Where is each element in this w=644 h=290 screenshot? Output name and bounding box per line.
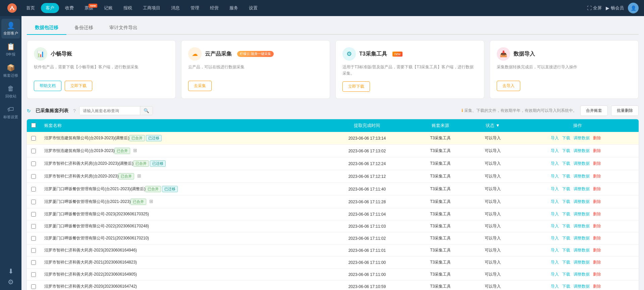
row-action-删除[interactable]: 删除 xyxy=(593,199,601,204)
row-checkbox[interactable] xyxy=(31,200,36,204)
row-action-调整数据[interactable]: 调整数据 xyxy=(574,212,590,216)
row-action-调整数据[interactable]: 调整数据 xyxy=(574,248,590,252)
nav-accounting[interactable]: 记账 xyxy=(99,3,117,13)
row-checkbox[interactable] xyxy=(31,284,36,289)
row-checkbox[interactable] xyxy=(31,248,36,253)
row-action-导入[interactable]: 导入 xyxy=(551,236,559,240)
nav-fee[interactable]: 收费 xyxy=(60,3,78,13)
sidebar-item-account-migrate[interactable]: 📦 账套迁移 xyxy=(1,61,20,81)
vip-button[interactable]: ▶ 畅会员 xyxy=(606,5,624,11)
sidebar-item-recycle[interactable]: 🗑 回收站 xyxy=(1,82,20,101)
row-action-下载[interactable]: 下载 xyxy=(562,248,570,252)
row-action-导入[interactable]: 导入 xyxy=(551,161,559,166)
row-action-下载[interactable]: 下载 xyxy=(562,161,570,166)
cloud-sync-icon[interactable]: ⊞ xyxy=(133,148,137,153)
cloud-tag[interactable]: 柠檬云 随身一键采集 xyxy=(237,51,274,57)
tab-data-migrate[interactable]: 数据包迁移 xyxy=(27,21,66,35)
row-checkbox[interactable] xyxy=(31,174,36,179)
row-checkbox[interactable] xyxy=(31,236,36,241)
row-action-导入[interactable]: 导入 xyxy=(551,272,559,277)
row-action-导入[interactable]: 导入 xyxy=(551,284,559,289)
nav-client[interactable]: 客户 xyxy=(41,3,59,13)
row-action-导入[interactable]: 导入 xyxy=(551,148,559,153)
row-action-下载[interactable]: 下载 xyxy=(562,199,570,204)
row-action-导入[interactable]: 导入 xyxy=(551,199,559,204)
row-action-删除[interactable]: 删除 xyxy=(593,248,601,252)
row-action-调整数据[interactable]: 调整数据 xyxy=(574,236,590,240)
row-action-删除[interactable]: 删除 xyxy=(593,272,601,277)
row-action-删除[interactable]: 删除 xyxy=(593,136,601,140)
select-all-checkbox[interactable] xyxy=(31,123,36,128)
logo[interactable] xyxy=(5,1,19,15)
nav-settings[interactable]: 设置 xyxy=(244,3,262,13)
xiaochang-download-btn[interactable]: 立即下载 xyxy=(65,81,92,91)
row-checkbox[interactable] xyxy=(31,187,36,192)
row-action-删除[interactable]: 删除 xyxy=(593,212,601,216)
row-action-导入[interactable]: 导入 xyxy=(551,187,559,191)
row-action-调整数据[interactable]: 调整数据 xyxy=(574,187,590,191)
row-action-调整数据[interactable]: 调整数据 xyxy=(574,161,590,166)
nav-operation[interactable]: 经营 xyxy=(205,3,223,13)
row-action-删除[interactable]: 删除 xyxy=(593,224,601,228)
row-action-导入[interactable]: 导入 xyxy=(551,224,559,228)
import-go-btn[interactable]: 去导入 xyxy=(497,81,520,91)
sidebar-settings-btn[interactable]: ⚙ xyxy=(8,278,14,286)
row-action-调整数据[interactable]: 调整数据 xyxy=(574,224,590,228)
row-checkbox[interactable] xyxy=(31,136,36,141)
row-action-导入[interactable]: 导入 xyxy=(551,212,559,216)
fullscreen-button[interactable]: ⛶ 全屏 xyxy=(587,5,602,11)
row-action-调整数据[interactable]: 调整数据 xyxy=(574,272,590,277)
row-action-导入[interactable]: 导入 xyxy=(551,174,559,178)
sidebar-download-btn[interactable]: ⬇ xyxy=(8,267,14,275)
search-input[interactable] xyxy=(79,107,140,115)
sidebar-item-zero-declare[interactable]: 📋 0申报 xyxy=(1,40,20,60)
t3-download-btn[interactable]: 立即下载 xyxy=(342,81,370,92)
row-action-下载[interactable]: 下载 xyxy=(562,174,570,178)
row-action-删除[interactable]: 删除 xyxy=(593,148,601,153)
row-action-下载[interactable]: 下载 xyxy=(562,224,570,228)
help-icon[interactable]: ? xyxy=(73,108,76,114)
cloud-sync-icon[interactable]: ⊞ xyxy=(137,173,141,178)
nav-business[interactable]: 工商项目 xyxy=(138,3,165,13)
row-action-下载[interactable]: 下载 xyxy=(562,260,570,265)
row-checkbox[interactable] xyxy=(31,149,36,153)
batch-delete-btn[interactable]: 批量删除 xyxy=(611,105,639,116)
row-action-下载[interactable]: 下载 xyxy=(562,136,570,140)
row-action-导入[interactable]: 导入 xyxy=(551,136,559,140)
nav-service[interactable]: 服务 xyxy=(225,3,243,13)
row-action-导入[interactable]: 导入 xyxy=(551,248,559,252)
nav-message[interactable]: 消息 xyxy=(166,3,184,13)
row-checkbox[interactable] xyxy=(31,224,36,229)
row-action-删除[interactable]: 删除 xyxy=(593,161,601,166)
cloud-sync-icon[interactable]: ⊞ xyxy=(149,199,153,204)
cloud-collect-btn[interactable]: 去采集 xyxy=(188,81,212,91)
row-action-调整数据[interactable]: 调整数据 xyxy=(574,260,590,265)
row-action-删除[interactable]: 删除 xyxy=(593,187,601,191)
row-action-调整数据[interactable]: 调整数据 xyxy=(574,284,590,289)
nav-tax[interactable]: 报税 xyxy=(119,3,137,13)
col-status[interactable]: 状态 ▼ xyxy=(469,119,517,132)
xiaochang-help-btn[interactable]: 帮助文档 xyxy=(34,81,61,91)
row-action-下载[interactable]: 下载 xyxy=(562,148,570,153)
row-action-删除[interactable]: 删除 xyxy=(593,284,601,289)
row-action-下载[interactable]: 下载 xyxy=(562,236,570,240)
sidebar-item-tag-settings[interactable]: 🏷 标签设置 xyxy=(1,103,20,122)
row-action-调整数据[interactable]: 调整数据 xyxy=(574,174,590,178)
nav-bill[interactable]: 票据 new xyxy=(80,3,98,13)
row-action-删除[interactable]: 删除 xyxy=(593,236,601,240)
row-action-下载[interactable]: 下载 xyxy=(562,212,570,216)
user-avatar[interactable]: 👤 xyxy=(628,3,639,13)
row-action-下载[interactable]: 下载 xyxy=(562,284,570,289)
row-action-导入[interactable]: 导入 xyxy=(551,260,559,265)
row-action-调整数据[interactable]: 调整数据 xyxy=(574,136,590,140)
row-action-删除[interactable]: 删除 xyxy=(593,260,601,265)
nav-home[interactable]: 首页 xyxy=(21,3,40,13)
row-action-删除[interactable]: 删除 xyxy=(593,174,601,178)
row-action-调整数据[interactable]: 调整数据 xyxy=(574,148,590,153)
row-action-下载[interactable]: 下载 xyxy=(562,187,570,191)
sidebar-item-all-clients[interactable]: 👤 全部客户 xyxy=(1,19,20,39)
tab-backup-migrate[interactable]: 备份迁移 xyxy=(66,21,101,35)
search-button[interactable]: 🔍 xyxy=(140,106,153,115)
row-checkbox[interactable] xyxy=(31,272,36,277)
row-checkbox[interactable] xyxy=(31,212,36,217)
